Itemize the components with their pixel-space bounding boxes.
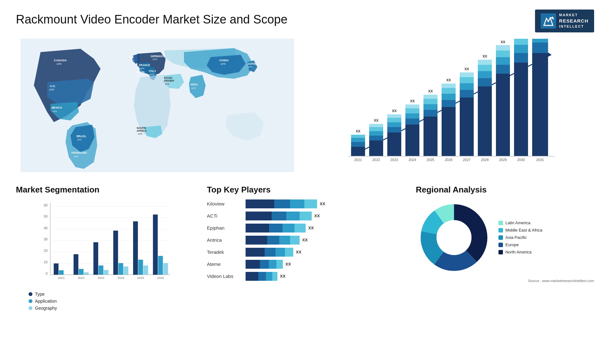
svg-rect-54 xyxy=(387,122,401,127)
player-bar-epiphan: XX xyxy=(246,224,403,233)
svg-rect-68 xyxy=(424,104,437,110)
world-map-svg: CANADA xx% U.S. xx% MEXICO xx% BRAZIL xx… xyxy=(16,39,299,172)
svg-rect-129 xyxy=(59,270,64,275)
player-row-ateme: Ateme XX xyxy=(207,260,403,269)
svg-text:60: 60 xyxy=(44,203,48,207)
svg-rect-60 xyxy=(405,118,419,125)
svg-text:10: 10 xyxy=(44,260,48,264)
svg-text:2025: 2025 xyxy=(137,276,144,280)
svg-marker-0 xyxy=(544,18,553,25)
legend-north-america-label: North America xyxy=(505,250,532,254)
svg-rect-73 xyxy=(442,107,456,156)
svg-text:xx%: xx% xyxy=(248,65,253,68)
svg-rect-108 xyxy=(532,43,548,53)
svg-text:xx%: xx% xyxy=(49,88,54,91)
seg4 xyxy=(295,224,306,233)
growth-chart-section: XX 2021 XX 2022 XX 2023 XX 20 xyxy=(311,39,594,172)
svg-rect-90 xyxy=(478,65,492,71)
svg-rect-133 xyxy=(79,269,84,274)
svg-text:xx%: xx% xyxy=(138,132,142,135)
svg-text:20: 20 xyxy=(44,249,48,253)
legend-application-label: Application xyxy=(35,299,57,304)
svg-rect-63 xyxy=(405,104,419,108)
player-bar-segments-videon xyxy=(246,272,277,281)
market-segmentation-section: Market Segmentation 0 10 20 30 40 50 60 xyxy=(16,185,194,313)
legend-asia-pacific-label: Asia Pacific xyxy=(505,235,527,240)
bar-chart-svg: 0 10 20 30 40 50 60 2021 xyxy=(16,199,194,288)
player-label-kiloview: XX xyxy=(320,201,325,206)
svg-text:40: 40 xyxy=(44,226,48,230)
svg-rect-104 xyxy=(514,39,528,45)
svg-text:xx%: xx% xyxy=(152,58,157,61)
svg-rect-55 xyxy=(387,118,401,122)
svg-text:xx%: xx% xyxy=(52,110,57,113)
svg-text:30: 30 xyxy=(44,237,48,241)
svg-rect-149 xyxy=(158,256,163,274)
svg-rect-87 xyxy=(478,86,492,156)
market-seg-title: Market Segmentation xyxy=(16,185,194,195)
svg-text:xx%: xx% xyxy=(165,83,169,85)
seg2 xyxy=(258,272,266,281)
svg-rect-137 xyxy=(98,266,103,275)
svg-text:xx%: xx% xyxy=(57,62,62,65)
player-row-teradek: Teradek XX xyxy=(207,248,403,257)
svg-text:XX: XX xyxy=(374,118,379,122)
player-bar-kiloview: XX xyxy=(246,199,403,208)
player-name-ateme: Ateme xyxy=(207,261,242,267)
legend-geography: Geography xyxy=(29,306,194,311)
svg-text:xx%: xx% xyxy=(74,155,78,158)
svg-text:2029: 2029 xyxy=(499,158,507,162)
svg-rect-141 xyxy=(119,263,123,275)
seg1 xyxy=(246,260,260,269)
seg2 xyxy=(265,248,275,257)
svg-text:GERMANY: GERMANY xyxy=(151,55,164,58)
player-row-epiphan: Epiphan XX xyxy=(207,224,403,233)
player-name-epiphan: Epiphan xyxy=(207,225,242,231)
svg-rect-88 xyxy=(478,78,492,86)
seg4 xyxy=(285,248,293,257)
seg1 xyxy=(246,248,265,257)
svg-rect-67 xyxy=(424,110,437,117)
seg2 xyxy=(269,224,282,233)
player-bar-segments-ateme xyxy=(246,260,283,269)
svg-rect-89 xyxy=(478,71,492,78)
svg-text:ARGENTINA: ARGENTINA xyxy=(71,151,87,154)
svg-text:0: 0 xyxy=(46,272,48,275)
svg-text:2028: 2028 xyxy=(481,158,489,162)
svg-rect-97 xyxy=(496,51,510,57)
svg-rect-77 xyxy=(442,84,456,88)
player-bar-segments-antrica xyxy=(246,236,300,245)
legend-middle-east-color xyxy=(498,228,503,233)
svg-point-157 xyxy=(437,220,471,255)
svg-rect-145 xyxy=(138,260,143,274)
svg-rect-91 xyxy=(478,60,492,65)
player-label-ateme: XX xyxy=(285,262,291,266)
player-name-teradek: Teradek xyxy=(207,249,242,255)
svg-rect-148 xyxy=(153,214,158,275)
svg-rect-109 xyxy=(532,39,548,43)
svg-text:xx%: xx% xyxy=(191,86,196,89)
player-bar-videon: XX xyxy=(246,272,403,281)
svg-rect-96 xyxy=(496,57,510,65)
svg-text:xx%: xx% xyxy=(221,62,226,65)
legend-middle-east-label: Middle East & Africa xyxy=(505,228,542,233)
svg-text:JAPAN: JAPAN xyxy=(247,62,256,65)
player-bar-segments-kiloview xyxy=(246,199,317,208)
key-players-title: Top Key Players xyxy=(207,185,403,195)
svg-text:2021: 2021 xyxy=(354,158,362,162)
legend-type-label: Type xyxy=(35,292,44,297)
svg-text:2022: 2022 xyxy=(372,158,380,162)
seg1 xyxy=(246,212,272,220)
seg2 xyxy=(260,260,269,269)
svg-text:XX: XX xyxy=(483,54,487,58)
svg-text:2023: 2023 xyxy=(98,276,105,280)
svg-text:2023: 2023 xyxy=(390,158,398,162)
svg-rect-40 xyxy=(351,142,365,147)
legend-asia-pacific-color xyxy=(498,235,503,240)
svg-text:U.K.: U.K. xyxy=(129,56,135,59)
svg-text:2022: 2022 xyxy=(78,276,85,280)
legend-geography-label: Geography xyxy=(35,306,57,311)
seg4 xyxy=(304,199,317,208)
seg4 xyxy=(300,212,312,220)
legend-europe-label: Europe xyxy=(505,242,519,247)
